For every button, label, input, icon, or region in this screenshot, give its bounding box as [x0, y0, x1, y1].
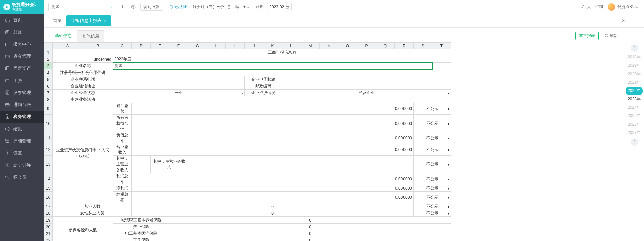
- phone-cell[interactable]: [113, 76, 245, 83]
- sidebar-item-archive[interactable]: 归档管理: [0, 135, 44, 147]
- sidebar-item-guide[interactable]: 新手引导: [0, 159, 44, 171]
- address-cell[interactable]: [113, 83, 245, 90]
- row-header-5[interactable]: 5: [44, 76, 53, 83]
- close-icon[interactable]: ×: [104, 18, 106, 23]
- row-header-3[interactable]: 3: [44, 63, 53, 69]
- brand[interactable]: ✦ 畅捷通好会计 专业版: [0, 0, 44, 14]
- col-header-B[interactable]: B: [83, 43, 113, 49]
- row-header-14[interactable]: 14: [44, 173, 53, 185]
- row-header-11[interactable]: 11: [44, 132, 53, 144]
- col-header-J[interactable]: J: [245, 43, 263, 49]
- total_assets-value[interactable]: 0.000000: [132, 103, 414, 115]
- sidebar-item-asset[interactable]: 固定资产: [0, 62, 44, 75]
- row-header-10[interactable]: 10: [44, 115, 53, 132]
- subtab-other[interactable]: 其他信息: [77, 30, 104, 42]
- year-2026年[interactable]: 2026年: [626, 120, 643, 129]
- sidebar-item-home[interactable]: 首页: [0, 14, 44, 26]
- row-header-9[interactable]: 9: [44, 103, 53, 115]
- col-header-S[interactable]: S: [414, 43, 432, 49]
- row-header-21[interactable]: 21: [44, 230, 53, 237]
- col-header-E[interactable]: E: [151, 43, 169, 49]
- tab-annual-report[interactable]: 年报信息申报表 ×: [66, 15, 111, 26]
- col-header-N[interactable]: N: [320, 43, 338, 49]
- col-header-L[interactable]: L: [282, 43, 301, 49]
- total_assets-disclose[interactable]: 不公示: [414, 103, 451, 115]
- year-up-button[interactable]: ˄: [631, 44, 638, 52]
- support-link[interactable]: 人工咨询: [581, 4, 603, 10]
- tab-home[interactable]: 首页: [48, 15, 66, 26]
- col-header-R[interactable]: R: [395, 43, 414, 49]
- company-name-cell[interactable]: 测试: [113, 63, 432, 69]
- row-header-6[interactable]: 6: [44, 83, 53, 90]
- ins_pension-value[interactable]: 0: [169, 217, 451, 224]
- holding-select[interactable]: 私营企业: [282, 90, 451, 96]
- col-header-Q[interactable]: Q: [376, 43, 395, 49]
- year-2019年[interactable]: 2019年: [626, 61, 643, 70]
- total_profit-value[interactable]: 0.000000: [132, 173, 414, 185]
- year-2027年[interactable]: 2027年: [626, 129, 643, 137]
- total_tax-disclose[interactable]: 不公示: [414, 192, 451, 203]
- row-header-16[interactable]: 16: [44, 192, 53, 203]
- main-biz-cell[interactable]: [113, 96, 451, 103]
- female-emp-value[interactable]: 0: [132, 210, 414, 217]
- row-header-7[interactable]: 7: [44, 90, 53, 96]
- female-emp-disclose[interactable]: 不公示: [414, 210, 451, 217]
- net_profit-disclose[interactable]: 不公示: [414, 185, 451, 192]
- sidebar-item-stock[interactable]: 进销台账: [0, 99, 44, 111]
- year-2021年[interactable]: 2021年: [626, 78, 643, 87]
- sidebar-item-vip[interactable]: 畅会员: [0, 171, 44, 183]
- row-header-13[interactable]: 13: [44, 156, 53, 173]
- reg-no-cell[interactable]: [113, 69, 451, 76]
- row-header-18[interactable]: 18: [44, 210, 53, 217]
- spreadsheet[interactable]: ABCDEFGHIJKLMNOPQRST1工商年报信息表2undefined20…: [44, 42, 624, 241]
- email-cell[interactable]: [282, 76, 451, 83]
- col-header-M[interactable]: M: [301, 43, 320, 49]
- gear-icon[interactable]: [129, 3, 137, 11]
- close-all-button[interactable]: ✕: [619, 16, 628, 26]
- sidebar-item-invoice[interactable]: 发票管理: [0, 87, 44, 99]
- biz-status-select[interactable]: 开业: [113, 90, 245, 96]
- row-header-19[interactable]: 19: [44, 217, 53, 224]
- owner_equity-disclose[interactable]: 不公示: [414, 115, 451, 132]
- postcode-cell[interactable]: [282, 83, 451, 90]
- total_rev-value[interactable]: 0.000000: [132, 144, 414, 156]
- sidebar-item-ledger[interactable]: 总账: [0, 26, 44, 38]
- sidebar-item-wallet[interactable]: 资金管理: [0, 50, 44, 62]
- employees-value[interactable]: 0: [132, 203, 414, 210]
- refresh-button[interactable]: 刷新: [604, 33, 618, 39]
- col-header-C[interactable]: C: [113, 43, 132, 49]
- main-rev-cell[interactable]: [188, 156, 414, 173]
- owner_equity-value[interactable]: 0.000000: [132, 115, 414, 132]
- year-2020年[interactable]: 2020年: [626, 70, 643, 78]
- org-select[interactable]: 测试 ⌄: [48, 3, 115, 11]
- user-menu[interactable]: 畅捷通B组...: [608, 3, 639, 11]
- sidebar-item-salary[interactable]: 工资: [0, 75, 44, 87]
- total_rev-disclose[interactable]: 不公示: [414, 144, 451, 156]
- col-header-D[interactable]: D: [132, 43, 151, 49]
- reset-button[interactable]: 重置报表: [575, 32, 599, 40]
- ins_injury-value[interactable]: 0: [169, 237, 451, 241]
- col-header-A[interactable]: A: [53, 43, 83, 49]
- employees-disclose[interactable]: 不公示: [414, 203, 451, 210]
- row-header-2[interactable]: 2: [44, 56, 53, 63]
- year-2022年[interactable]: 2022年: [626, 87, 643, 95]
- corner-cell[interactable]: [44, 43, 53, 49]
- row-header-1[interactable]: 1: [44, 49, 53, 56]
- row-header-22[interactable]: 22: [44, 237, 53, 241]
- col-header-I[interactable]: I: [226, 43, 245, 49]
- year-down-button[interactable]: ˅: [631, 138, 638, 146]
- fullscreen-button[interactable]: ⛶: [631, 16, 640, 26]
- subtab-basic[interactable]: 基础信息: [50, 30, 77, 42]
- row-header-15[interactable]: 15: [44, 185, 53, 192]
- total_liab-disclose[interactable]: 不公示: [414, 132, 451, 144]
- total_tax-value[interactable]: 0.000000: [132, 192, 414, 203]
- sidebar-item-tax[interactable]: 税务管理: [0, 111, 44, 123]
- ins_medical-value[interactable]: 0: [169, 230, 451, 237]
- row-header-17[interactable]: 17: [44, 203, 53, 210]
- net_profit-value[interactable]: 0.000000: [132, 185, 414, 192]
- col-header-F[interactable]: F: [169, 43, 188, 49]
- row-header-20[interactable]: 20: [44, 224, 53, 230]
- sidebar-item-chart[interactable]: 报表中心: [0, 38, 44, 50]
- col-header-P[interactable]: P: [357, 43, 376, 49]
- switch-old-button[interactable]: 切到旧版: [140, 3, 162, 11]
